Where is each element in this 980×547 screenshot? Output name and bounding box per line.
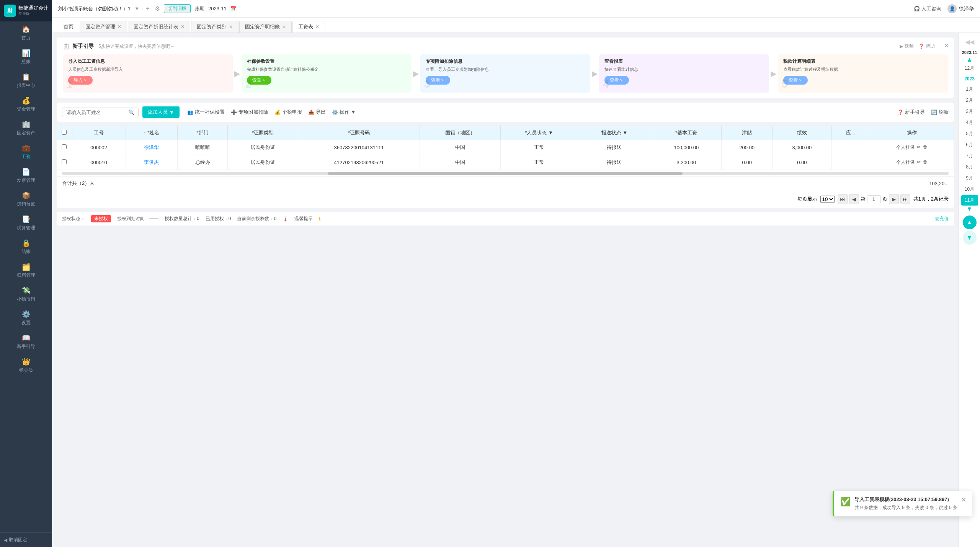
special-deduction-btn[interactable]: ➕专项附加扣除 — [231, 109, 268, 116]
sidebar-item-expense[interactable]: 💸 小畅报销 — [0, 282, 52, 306]
month-item-8[interactable]: 7月 — [961, 151, 978, 161]
month-item-1[interactable]: 2023 — [961, 74, 978, 83]
total-salary: 103,20... — [929, 181, 949, 186]
panel-collapse-btn[interactable]: ◀◀ — [964, 37, 976, 47]
col-allowance: 津贴 — [722, 126, 773, 140]
action-delete-1[interactable]: 🗑 — [923, 159, 928, 166]
tax-report-btn[interactable]: 💰个税申报 — [274, 109, 302, 116]
sidebar-item-guide[interactable]: 📖 新手引导 — [0, 330, 52, 354]
month-item-0[interactable]: 12月 — [961, 63, 978, 73]
tab-5[interactable]: 工资表 ✕ — [292, 21, 325, 33]
select-all-checkbox[interactable] — [62, 130, 67, 135]
tab-close-3[interactable]: ✕ — [229, 24, 233, 29]
action-edit-1[interactable]: ✏ — [917, 159, 921, 166]
tab-2[interactable]: 固定资产折旧统计表 ✕ — [128, 21, 190, 33]
toast-close-btn[interactable]: ✕ — [961, 496, 966, 503]
search-box[interactable]: 🔍 — [62, 108, 139, 117]
page-input[interactable] — [867, 195, 881, 203]
tab-close-2[interactable]: ✕ — [181, 24, 185, 29]
col-name[interactable]: ↕ *姓名 — [126, 126, 177, 140]
checkbox-0[interactable] — [62, 144, 67, 149]
sidebar-item-assets[interactable]: 🏢 固定资产 — [0, 116, 52, 140]
sidebar-item-member[interactable]: 👑 畅会员 — [0, 354, 52, 377]
col-salary: *基本工资 — [651, 126, 722, 140]
month-item-7[interactable]: 6月 — [961, 140, 978, 150]
month-item-12[interactable]: 11月 — [961, 195, 978, 206]
month-item-2[interactable]: 1月 — [961, 84, 978, 95]
panel-action-1[interactable]: ▲ — [963, 216, 977, 229]
guide-btn[interactable]: ❓新手引导 — [897, 109, 925, 116]
cell-name-0[interactable]: 徐泽华 — [126, 140, 177, 155]
social-insurance-btn[interactable]: 👥统一社保设置 — [187, 109, 225, 116]
action-insurance-1[interactable]: 个人社保 — [896, 159, 915, 166]
reports-icon: 📋 — [22, 73, 30, 81]
refresh-btn[interactable]: 🔄刷新 — [931, 109, 949, 116]
col-status[interactable]: *人员状态 ▼ — [500, 126, 578, 140]
tab-0[interactable]: 首页 — [58, 21, 79, 33]
col-report[interactable]: 报送状态 ▼ — [578, 126, 651, 140]
next-page-btn[interactable]: ▶ — [889, 194, 899, 204]
sidebar-item-close[interactable]: 🔒 结账 — [0, 235, 52, 259]
tab-1[interactable]: 固定资产管理 ✕ — [80, 21, 127, 33]
sidebar-item-reports[interactable]: 📋 报表中心 — [0, 69, 52, 93]
month-item-4[interactable]: 3月 — [961, 106, 978, 117]
row-checkbox-1[interactable] — [57, 155, 72, 170]
tab-close-4[interactable]: ✕ — [282, 24, 286, 29]
sidebar-item-sales[interactable]: 📦 进销台账 — [0, 188, 52, 211]
account-dropdown-icon[interactable]: ▼ — [134, 6, 139, 11]
row-checkbox-0[interactable] — [57, 140, 72, 155]
onboarding-close-btn[interactable]: ✕ — [944, 43, 949, 49]
sidebar-item-invoice[interactable]: 📄 发票管理 — [0, 164, 52, 188]
video-icon: ▶ — [900, 44, 903, 49]
sidebar-item-funds[interactable]: 💰 资金管理 — [0, 93, 52, 116]
user-info[interactable]: 👤 徐泽华 — [947, 4, 974, 13]
h-scrollbar-thumb[interactable] — [328, 172, 683, 175]
toolbar-actions: 👥统一社保设置 ➕专项附加扣除 💰个税申报 📤导出 ⚙️操作 ▼ — [187, 109, 356, 116]
header-checkbox[interactable] — [57, 126, 72, 140]
add-icon[interactable]: ＋ — [145, 5, 151, 13]
month-item-6[interactable]: 5月 — [961, 129, 978, 139]
settings-icon[interactable]: ⚙ — [155, 5, 160, 12]
ai-service-btn[interactable]: 🎧 人工咨询 — [914, 5, 941, 12]
last-page-btn[interactable]: ⏭ — [900, 194, 910, 204]
add-person-btn[interactable]: 添加人员 ▼ — [142, 106, 180, 118]
action-delete-0[interactable]: 🗑 — [923, 144, 928, 151]
cancel-fix-btn[interactable]: ◀ 取消固定 — [0, 532, 52, 547]
h-scrollbar-container[interactable] — [57, 170, 954, 176]
scroll-down-btn[interactable]: ▼ — [967, 206, 973, 212]
search-input[interactable] — [66, 109, 126, 115]
month-item-3[interactable]: 2月 — [961, 95, 978, 106]
operations-btn[interactable]: ⚙️操作 ▼ — [332, 109, 356, 116]
month-item-11[interactable]: 10月 — [961, 184, 978, 194]
month-item-9[interactable]: 8月 — [961, 162, 978, 172]
tab-close-1[interactable]: ✕ — [118, 24, 121, 29]
prev-page-btn[interactable]: ◀ — [849, 194, 859, 204]
calendar-icon[interactable]: 📅 — [230, 6, 237, 11]
sidebar-item-tax[interactable]: 📑 税务管理 — [0, 211, 52, 235]
action-edit-0[interactable]: ✏ — [917, 144, 921, 151]
onboarding-video-btn[interactable]: ▶ 视频 ❓ 帮助 — [900, 43, 935, 49]
first-page-btn[interactable]: ⏮ — [838, 194, 848, 204]
checkbox-1[interactable] — [62, 159, 67, 164]
sidebar-item-general[interactable]: 📊 总账 — [0, 45, 52, 69]
sidebar-item-archive[interactable]: 🗂️ 归档管理 — [0, 259, 52, 282]
tab-4[interactable]: 固定资产明细账 ✕ — [239, 21, 292, 33]
version-btn[interactable]: 切到旧版 — [164, 4, 191, 13]
scroll-up-btn[interactable]: ▲ — [967, 56, 973, 63]
month-item-5[interactable]: 4月 — [961, 118, 978, 128]
month-item-10[interactable]: 9月 — [961, 173, 978, 183]
sidebar-item-settings[interactable]: ⚙️ 设置 — [0, 306, 52, 330]
per-page-select[interactable]: 10 20 50 — [820, 196, 835, 203]
onboarding-step-2: 社保参数设置 完成社保参数设置自动计算社保公积金 设置＞ 2 — [242, 54, 412, 93]
export-btn[interactable]: 📤导出 — [308, 109, 326, 116]
sidebar-item-payroll[interactable]: 💼 工资 — [0, 140, 52, 164]
cell-name-1[interactable]: 李俊杰 — [126, 155, 177, 170]
action-insurance-0[interactable]: 个人社保 — [896, 144, 915, 151]
tab-3[interactable]: 固定资产类别 ✕ — [191, 21, 238, 33]
tab-close-5[interactable]: ✕ — [315, 24, 319, 29]
h-scrollbar[interactable] — [62, 172, 949, 175]
panel-action-2[interactable]: ▼ — [963, 231, 977, 245]
logo-name: 畅捷通好会计 — [18, 5, 48, 11]
go-authorize-btn[interactable]: 去充值 — [935, 216, 949, 222]
sidebar-item-home[interactable]: 🏠 首页 — [0, 21, 52, 45]
